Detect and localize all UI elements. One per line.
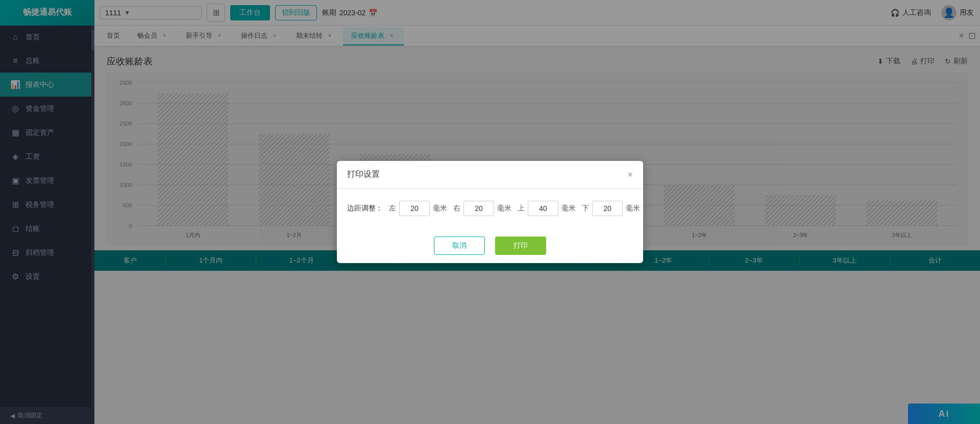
right-margin-input[interactable]	[463, 201, 494, 216]
cancel-button[interactable]: 取消	[434, 237, 485, 255]
top-unit: 毫米	[561, 204, 576, 213]
left-unit: 毫米	[433, 204, 447, 213]
margin-right-group: 右 毫米	[453, 201, 511, 216]
margin-label: 边距调整：	[347, 204, 383, 213]
modal-footer: 取消 打印	[337, 228, 643, 263]
right-unit: 毫米	[497, 204, 511, 213]
margin-left-group: 左 毫米	[389, 201, 447, 216]
bottom-unit: 毫米	[626, 204, 640, 213]
print-settings-modal: 打印设置 × 边距调整： 左 毫米 右 毫米 上 毫米	[337, 161, 643, 263]
modal-body: 边距调整： 左 毫米 右 毫米 上 毫米 下	[337, 189, 643, 228]
top-label: 上	[518, 204, 525, 213]
left-label: 左	[389, 204, 396, 213]
left-margin-input[interactable]	[399, 201, 430, 216]
margin-bottom-group: 下 毫米	[582, 201, 640, 216]
margin-top-group: 上 毫米	[518, 201, 576, 216]
modal-close-button[interactable]: ×	[627, 170, 633, 179]
confirm-print-button[interactable]: 打印	[495, 237, 546, 255]
margin-row: 边距调整： 左 毫米 右 毫米 上 毫米 下	[347, 201, 633, 216]
modal-title: 打印设置	[347, 169, 380, 180]
top-margin-input[interactable]	[528, 201, 558, 216]
bottom-margin-input[interactable]	[592, 201, 623, 216]
right-label: 右	[453, 204, 460, 213]
modal-header: 打印设置 ×	[337, 161, 643, 189]
bottom-label: 下	[582, 204, 589, 213]
modal-overlay: 打印设置 × 边距调整： 左 毫米 右 毫米 上 毫米	[0, 0, 980, 424]
